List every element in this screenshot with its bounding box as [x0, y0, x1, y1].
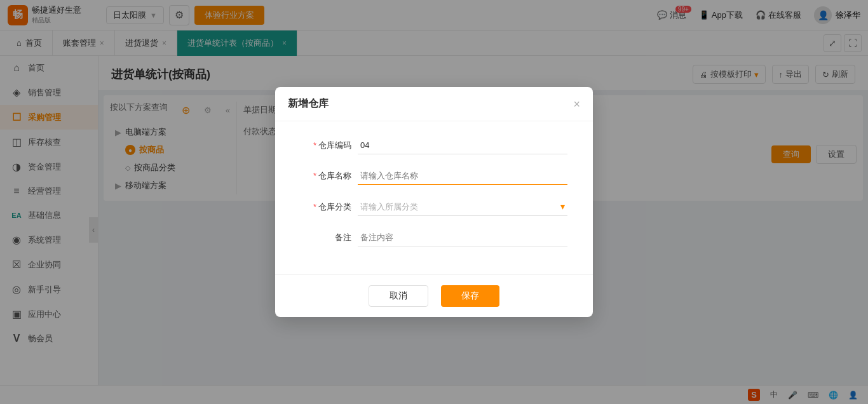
modal-overlay[interactable]: 新增仓库 × 仓库编码 仓库名称 仓库分类 请输入所属分类 ▾ — [0, 0, 868, 404]
category-select[interactable]: 请输入所属分类 — [360, 202, 560, 212]
form-row-name: 仓库名称 — [301, 167, 567, 185]
category-label: 仓库分类 — [301, 201, 351, 213]
cancel-button[interactable]: 取消 — [369, 285, 428, 307]
category-dropdown-icon: ▾ — [560, 201, 565, 212]
note-label: 备注 — [301, 232, 351, 243]
form-row-category: 仓库分类 请输入所属分类 ▾ — [301, 198, 567, 216]
modal-header: 新增仓库 × — [275, 87, 593, 121]
form-row-code: 仓库编码 — [301, 137, 567, 154]
modal-body: 仓库编码 仓库名称 仓库分类 请输入所属分类 ▾ 备注 — [275, 121, 593, 274]
modal-footer: 取消 保存 — [275, 274, 593, 317]
code-input[interactable] — [358, 137, 567, 154]
category-select-wrap: 请输入所属分类 ▾ — [358, 198, 567, 216]
name-input[interactable] — [358, 167, 567, 185]
name-label: 仓库名称 — [301, 170, 351, 182]
add-warehouse-modal: 新增仓库 × 仓库编码 仓库名称 仓库分类 请输入所属分类 ▾ — [275, 87, 593, 317]
form-row-note: 备注 — [301, 229, 567, 246]
save-button[interactable]: 保存 — [441, 285, 499, 307]
code-label: 仓库编码 — [301, 140, 351, 151]
modal-title: 新增仓库 — [288, 97, 329, 111]
note-input[interactable] — [358, 229, 567, 246]
modal-close-button[interactable]: × — [573, 98, 580, 110]
